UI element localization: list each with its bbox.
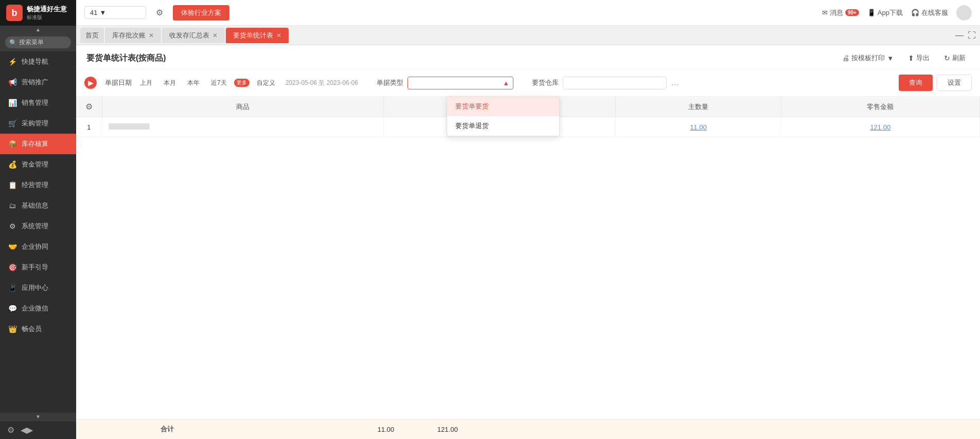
tab-receive-summary-label: 收发存汇总表 bbox=[169, 31, 209, 40]
search-menu-btn[interactable]: 🔍 搜索菜单 bbox=[5, 36, 71, 48]
dropdown-item-order-goods[interactable]: 要货单要货 bbox=[447, 97, 559, 116]
sidebar-item-operations[interactable]: 📋 经营管理 bbox=[0, 175, 76, 195]
page-actions: 🖨 按模板打印 ▼ ⬆ 导出 ↻ 刷新 bbox=[838, 51, 970, 65]
date-year-btn[interactable]: 本年 bbox=[183, 77, 204, 89]
sidebar-item-finance[interactable]: 💰 资金管理 bbox=[0, 154, 76, 175]
sidebar-item-guide[interactable]: 🎯 新手引导 bbox=[0, 257, 76, 278]
enterprise-label: 企业协同 bbox=[22, 242, 48, 251]
date-custom-btn[interactable]: 自定义 bbox=[253, 77, 279, 89]
online-service-btn[interactable]: 🎧 在线客服 bbox=[911, 8, 948, 17]
logo-main-text: 畅捷通好生意 bbox=[27, 5, 67, 14]
trial-button[interactable]: 体验行业方案 bbox=[173, 5, 229, 21]
date-up-btn[interactable]: 上月 bbox=[136, 77, 156, 89]
message-badge: 99+ bbox=[845, 9, 859, 16]
th-gear[interactable]: ⚙ bbox=[76, 97, 102, 117]
sidebar-scroll-up[interactable]: ▲ bbox=[0, 26, 76, 33]
message-icon: ✉ bbox=[822, 9, 828, 16]
sidebar-item-app-center[interactable]: 📱 应用中心 bbox=[0, 278, 76, 298]
tab-order-stats-close[interactable]: ✕ bbox=[276, 32, 281, 39]
sidebar-item-enterprise[interactable]: 🤝 企业协同 bbox=[0, 236, 76, 257]
date-current-btn[interactable]: 本月 bbox=[159, 77, 180, 89]
topbar-gear-btn[interactable]: ⚙ bbox=[152, 6, 167, 20]
app-download-btn[interactable]: 📱 App下载 bbox=[867, 8, 903, 17]
type-filter-label: 单据类型 bbox=[377, 78, 403, 87]
product-placeholder bbox=[109, 123, 150, 130]
topbar: 41 ▼ ⚙ 体验行业方案 ✉ 消息 99+ 📱 App下载 🎧 在线客服 bbox=[76, 0, 980, 26]
settings-gear-icon[interactable]: ⚙ bbox=[7, 425, 14, 435]
export-btn[interactable]: ⬆ 导出 bbox=[904, 51, 934, 65]
sales-icon: 📊 bbox=[7, 98, 17, 108]
type-dropdown: 要货单要货 要货单退货 bbox=[447, 96, 560, 136]
topbar-right: ✉ 消息 99+ 📱 App下载 🎧 在线客服 bbox=[822, 5, 972, 21]
topbar-left: 41 ▼ ⚙ 体验行业方案 bbox=[84, 5, 816, 21]
store-selector[interactable]: 41 ▼ bbox=[84, 6, 146, 19]
table-container: ⚙ 商品 主计量单位 主数量 零售金额 1 块 11.00 bbox=[76, 97, 980, 419]
warehouse-input[interactable] bbox=[563, 77, 667, 89]
date-range-display: 2023-05-06 至 2023-06-06 bbox=[286, 79, 358, 87]
inventory-icon: 📦 bbox=[7, 139, 17, 149]
logo-icon: b bbox=[6, 5, 23, 21]
print-btn[interactable]: 🖨 按模板打印 ▼ bbox=[838, 51, 898, 65]
type-select-input[interactable] bbox=[407, 77, 513, 89]
inventory-label: 库存核算 bbox=[22, 139, 48, 149]
quantity-link[interactable]: 11.00 bbox=[690, 123, 707, 131]
sidebar-bottom: ⚙ ◀▶ bbox=[0, 420, 76, 439]
tab-receive-summary[interactable]: 收发存汇总表 ✕ bbox=[162, 28, 225, 43]
basic-info-icon: 🗂 bbox=[7, 200, 17, 211]
app-center-icon: 📱 bbox=[7, 283, 17, 293]
tab-minimize-icon[interactable]: — bbox=[955, 31, 964, 40]
warehouse-more-icon[interactable]: … bbox=[671, 78, 679, 87]
footer-amount: 121.00 bbox=[417, 426, 478, 433]
tab-receive-summary-close[interactable]: ✕ bbox=[212, 32, 218, 39]
sidebar-item-quick-nav[interactable]: ⚡ 快捷导航 bbox=[0, 51, 76, 72]
date-more-badge[interactable]: 更多 bbox=[234, 79, 250, 87]
refresh-btn[interactable]: ↻ 刷新 bbox=[940, 51, 970, 65]
finance-label: 资金管理 bbox=[22, 160, 48, 169]
app-download-label: App下载 bbox=[878, 8, 903, 17]
print-label: 按模板打印 bbox=[851, 53, 885, 63]
query-button[interactable]: 查询 bbox=[899, 75, 933, 91]
tab-inventory-batch[interactable]: 库存批次账 ✕ bbox=[105, 28, 161, 43]
print-dropdown-icon: ▼ bbox=[887, 54, 894, 62]
dropdown-item-order-return-label: 要货单退货 bbox=[455, 122, 489, 130]
marketing-label: 营销推广 bbox=[22, 78, 48, 87]
sidebar-item-basic-info[interactable]: 🗂 基础信息 bbox=[0, 195, 76, 216]
type-select-container: ▲ bbox=[407, 77, 513, 89]
amount-link[interactable]: 121.00 bbox=[870, 123, 890, 131]
tab-inventory-batch-close[interactable]: ✕ bbox=[149, 32, 154, 39]
date-recent-btn[interactable]: 近7天 bbox=[207, 77, 231, 89]
page-title: 要货单统计表(按商品) bbox=[86, 53, 166, 64]
sidebar-item-inventory[interactable]: 📦 库存核算 bbox=[0, 134, 76, 154]
filter-settings-button[interactable]: 设置 bbox=[937, 75, 972, 91]
quick-nav-label: 快捷导航 bbox=[22, 57, 48, 66]
td-quantity: 11.00 bbox=[616, 117, 781, 137]
date-shortcuts: 上月 本月 本年 近7天 更多 自定义 bbox=[136, 77, 279, 89]
sidebar-item-marketing[interactable]: 📢 营销推广 bbox=[0, 72, 76, 93]
tab-home[interactable]: 首页 bbox=[80, 28, 104, 43]
enterprise-icon: 🤝 bbox=[7, 242, 17, 252]
collapse-icon[interactable]: ◀▶ bbox=[21, 425, 33, 435]
message-label: 消息 bbox=[830, 8, 843, 17]
type-filter-group: 单据类型 ▲ bbox=[377, 77, 513, 89]
headset-icon: 🎧 bbox=[911, 9, 919, 16]
quick-nav-icon: ⚡ bbox=[7, 57, 17, 67]
sidebar-item-system[interactable]: ⚙ 系统管理 bbox=[0, 216, 76, 236]
sidebar-item-purchase[interactable]: 🛒 采购管理 bbox=[0, 113, 76, 134]
tab-order-stats[interactable]: 要货单统计表 ✕ bbox=[226, 28, 289, 43]
sidebar-item-wechat[interactable]: 💬 企业微信 bbox=[0, 298, 76, 319]
sidebar-scroll-down[interactable]: ▼ bbox=[0, 413, 76, 420]
sidebar-item-members[interactable]: 👑 畅会员 bbox=[0, 319, 76, 339]
system-icon: ⚙ bbox=[7, 221, 17, 231]
filter-expand-btn[interactable]: ▶ bbox=[84, 77, 97, 89]
footer-label: 合计 bbox=[82, 425, 252, 434]
page-header: 要货单统计表(按商品) 🖨 按模板打印 ▼ ⬆ 导出 ↻ 刷新 bbox=[76, 45, 980, 69]
message-btn[interactable]: ✉ 消息 99+ bbox=[822, 8, 859, 17]
operations-icon: 📋 bbox=[7, 180, 17, 190]
tab-maximize-icon[interactable]: ⛶ bbox=[968, 31, 976, 40]
td-index: 1 bbox=[76, 117, 102, 137]
wechat-label: 企业微信 bbox=[22, 304, 48, 313]
sidebar-item-sales[interactable]: 📊 销售管理 bbox=[0, 93, 76, 113]
table-settings-icon[interactable]: ⚙ bbox=[85, 102, 93, 111]
avatar[interactable] bbox=[956, 5, 972, 21]
dropdown-item-order-return[interactable]: 要货单退货 bbox=[447, 116, 559, 136]
